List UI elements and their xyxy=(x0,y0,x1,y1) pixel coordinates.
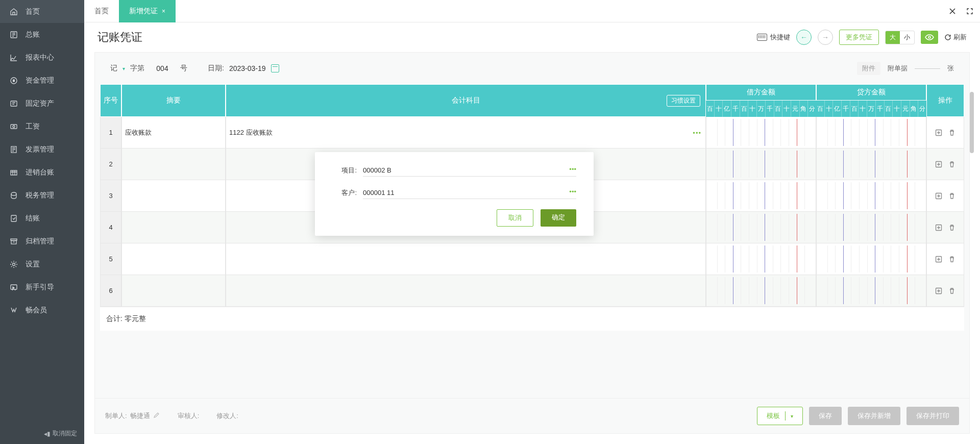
attach-doc-label: 附单据 xyxy=(888,64,908,73)
sidebar-item-vip[interactable]: 畅会员 xyxy=(0,299,84,322)
project-input[interactable]: 000002 B ••• xyxy=(363,164,576,177)
svg-rect-7 xyxy=(11,215,16,221)
sidebar-item-salary[interactable]: 工资 xyxy=(0,115,84,138)
customer-input[interactable]: 000001 11 ••• xyxy=(363,187,576,199)
next-voucher-button[interactable]: → xyxy=(818,30,833,45)
guide-icon xyxy=(9,283,18,292)
cell-credit[interactable] xyxy=(816,180,926,212)
cell-debit[interactable] xyxy=(706,275,816,307)
delete-row-icon[interactable] xyxy=(948,287,956,295)
attachment-button[interactable]: 附件 xyxy=(857,62,880,75)
add-row-icon[interactable] xyxy=(935,287,943,295)
add-row-icon[interactable] xyxy=(935,129,943,137)
sidebar-item-guide[interactable]: 新手引导 xyxy=(0,276,84,299)
shortcut-button[interactable]: 快捷键 xyxy=(757,33,790,42)
cell-debit[interactable] xyxy=(706,117,816,149)
sidebar-item-closing[interactable]: 结账 xyxy=(0,207,84,230)
cell-credit[interactable] xyxy=(816,212,926,243)
cell-seq: 5 xyxy=(100,243,121,275)
cell-credit[interactable] xyxy=(816,117,926,149)
add-row-icon[interactable] xyxy=(935,255,943,263)
svg-rect-11 xyxy=(11,285,17,289)
sidebar-item-archive[interactable]: 归档管理 xyxy=(0,230,84,253)
tax-icon xyxy=(9,191,18,200)
size-small-button[interactable]: 小 xyxy=(900,31,914,44)
delete-row-icon[interactable] xyxy=(948,160,956,168)
sidebar-unpin[interactable]: ◂▮ 取消固定 xyxy=(0,423,84,444)
cell-summary[interactable]: 应收账款 xyxy=(121,117,226,149)
cell-credit[interactable] xyxy=(816,149,926,180)
cell-debit[interactable] xyxy=(706,212,816,243)
add-row-icon[interactable] xyxy=(935,160,943,168)
cell-credit[interactable] xyxy=(816,243,926,275)
confirm-button[interactable]: 确定 xyxy=(541,209,576,227)
more-dots-icon[interactable]: ••• xyxy=(569,188,576,195)
delete-row-icon[interactable] xyxy=(948,224,956,232)
delete-row-icon[interactable] xyxy=(948,255,956,263)
cell-debit[interactable] xyxy=(706,180,816,212)
cell-summary[interactable] xyxy=(121,149,226,180)
sidebar-item-tax[interactable]: 税务管理 xyxy=(0,184,84,207)
sidebar-label: 资金管理 xyxy=(26,76,54,85)
sidebar-item-home[interactable]: 首页 xyxy=(0,0,84,23)
vertical-scrollbar[interactable] xyxy=(970,92,974,153)
svg-point-10 xyxy=(13,263,15,265)
sidebar-item-ledger[interactable]: 总账 xyxy=(0,23,84,46)
more-voucher-button[interactable]: 更多凭证 xyxy=(839,30,879,45)
cell-debit[interactable] xyxy=(706,243,816,275)
table-row: 6 xyxy=(100,275,964,307)
cancel-button[interactable]: 取消 xyxy=(497,209,533,227)
template-button[interactable]: 模板 ▾ xyxy=(757,407,803,425)
save-new-button[interactable]: 保存并新增 xyxy=(848,407,900,425)
size-large-button[interactable]: 大 xyxy=(886,31,900,44)
delete-row-icon[interactable] xyxy=(948,192,956,200)
sidebar-item-invoice[interactable]: 发票管理 xyxy=(0,138,84,161)
sidebar-item-inventory[interactable]: 进销台账 xyxy=(0,161,84,184)
more-dots-icon[interactable]: ••• xyxy=(693,129,701,136)
sidebar-item-funds[interactable]: 资金管理 xyxy=(0,69,84,92)
cell-subject[interactable] xyxy=(226,243,706,275)
refresh-button[interactable]: 刷新 xyxy=(944,33,967,42)
cell-ops xyxy=(926,149,964,180)
svg-point-4 xyxy=(13,126,15,128)
cell-debit[interactable] xyxy=(706,149,816,180)
cell-seq: 6 xyxy=(100,275,121,307)
chevron-down-icon[interactable]: ▾ xyxy=(122,66,125,71)
visibility-button[interactable] xyxy=(921,31,938,44)
pencil-icon[interactable] xyxy=(153,412,160,420)
voucher-number-input[interactable]: 004 xyxy=(150,64,175,72)
cell-summary[interactable] xyxy=(121,212,226,243)
attach-count-input[interactable] xyxy=(915,68,940,69)
voucher-date-input[interactable]: 2023-03-19 xyxy=(229,64,266,72)
sidebar-item-reports[interactable]: 报表中心 xyxy=(0,46,84,69)
tab-new-voucher[interactable]: 新增凭证 × xyxy=(119,0,176,22)
more-dots-icon[interactable]: ••• xyxy=(569,165,576,173)
save-button[interactable]: 保存 xyxy=(809,407,842,425)
cell-summary[interactable] xyxy=(121,243,226,275)
gear-icon xyxy=(9,260,18,269)
cell-subject[interactable]: 1122 应收账款••• xyxy=(226,117,706,149)
cell-credit[interactable] xyxy=(816,275,926,307)
sidebar-item-assets[interactable]: 固定资产 xyxy=(0,92,84,115)
page-header: 记账凭证 快捷键 ← → 更多凭证 大 小 刷新 xyxy=(84,22,980,52)
cell-summary[interactable] xyxy=(121,180,226,212)
cell-subject[interactable] xyxy=(226,275,706,307)
habit-settings-button[interactable]: 习惯设置 xyxy=(667,95,700,107)
save-print-button[interactable]: 保存并打印 xyxy=(906,407,959,425)
fullscreen-button[interactable] xyxy=(965,6,975,16)
window-close-button[interactable] xyxy=(947,6,958,16)
delete-row-icon[interactable] xyxy=(948,129,956,137)
calendar-icon[interactable] xyxy=(271,64,279,72)
table-row: 1应收账款1122 应收账款••• xyxy=(100,117,964,149)
add-row-icon[interactable] xyxy=(935,224,943,232)
tab-home[interactable]: 首页 xyxy=(84,0,119,22)
inventory-icon xyxy=(9,168,18,177)
cell-summary[interactable] xyxy=(121,275,226,307)
maker-value: 畅捷通 xyxy=(130,411,150,421)
cell-ops xyxy=(926,117,964,149)
sidebar-item-settings[interactable]: 设置 xyxy=(0,253,84,276)
add-row-icon[interactable] xyxy=(935,192,943,200)
close-icon[interactable]: × xyxy=(162,8,165,15)
sidebar-label: 新手引导 xyxy=(26,283,54,292)
prev-voucher-button[interactable]: ← xyxy=(796,30,812,45)
